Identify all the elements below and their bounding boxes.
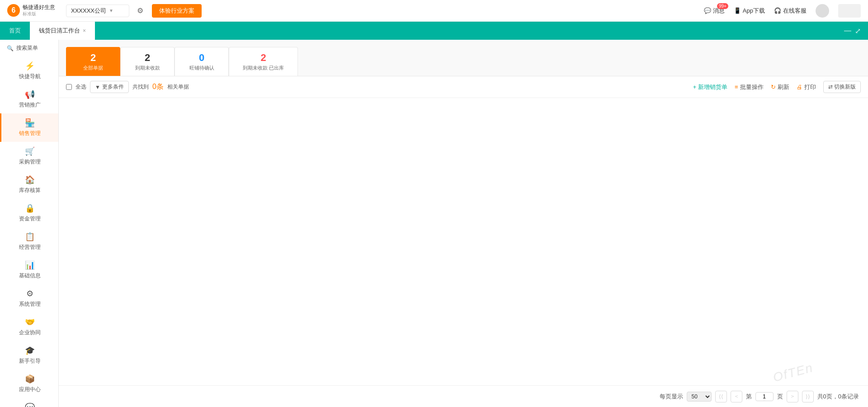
app-download-button[interactable]: 📱 App下载 [734,7,765,15]
search-icon: 🔍 [7,45,14,51]
select-all-label: 全选 [75,83,86,91]
guide-icon: 🎓 [25,346,35,356]
sidebar-sales-label: 销售管理 [19,130,41,137]
sidebar-item-enterprise[interactable]: 🤝 企业协同 [0,313,58,341]
sidebar-item-sales[interactable]: 🏪 销售管理 [0,113,58,142]
main-layout: 🔍 搜索菜单 ⚡ 快捷导航 📢 营销推广 🏪 销售管理 🛒 采购管理 🏠 库存核… [0,40,868,407]
marketing-icon: 📢 [25,89,35,99]
page-input[interactable] [755,392,774,401]
batch-operation-button[interactable]: ≡ 批量操作 [735,83,764,91]
prev-page-button[interactable]: ＜ [731,391,742,402]
select-all-checkbox[interactable] [66,84,72,90]
sidebar-item-operation[interactable]: 📋 经营管理 [0,227,58,256]
sidebar-item-wechat[interactable]: 💬 企业微信 [0,398,58,407]
sidebar-system-label: 系统管理 [19,300,41,308]
content-inner: 2 全部单据 2 到期未收款 0 旺铺待确认 2 到期未收款 已出库 [59,40,868,407]
stat-tab-overdue[interactable]: 2 到期未收款 [120,47,175,76]
new-sales-order-button[interactable]: + 新增销货单 [693,83,727,91]
stat-number-shipped: 2 [260,52,266,64]
inventory-icon: 🏠 [25,175,35,185]
enterprise-icon: 🤝 [25,317,35,327]
batch-icon: ≡ [735,84,738,90]
logo-text: 畅捷通好生意 标准版 [23,4,55,17]
found-count: 0条 [152,82,164,92]
avatar[interactable] [816,4,829,18]
sidebar-operation-label: 经营管理 [19,243,41,251]
pagination: 每页显示 50 20 100 ⟨⟨ ＜ 第 页 ＞ ⟩⟩ 共0页，0条记录 [59,385,868,407]
sidebar-item-guide[interactable]: 🎓 新手引导 [0,341,58,370]
tab-home-label: 首页 [9,27,21,35]
logo-area: 6 畅捷通好生意 标准版 [7,4,66,17]
toolbar: 全选 ▼ 更多条件 共找到 0条 相关单据 + 新增销货单 ≡ 批量操作 [59,76,868,98]
total-label: 共0页，0条记录 [817,393,859,401]
refresh-button[interactable]: ↻ 刷新 [771,83,789,91]
new-sales-order-label: + 新增销货单 [693,83,727,91]
table-area [59,98,868,385]
next-page-button[interactable]: ＞ [787,391,798,402]
sidebar-purchase-label: 采购管理 [19,158,41,166]
sidebar-item-inventory[interactable]: 🏠 库存核算 [0,170,58,199]
sidebar-search[interactable]: 🔍 搜索菜单 [0,40,58,56]
sidebar-inventory-label: 库存核算 [19,187,41,194]
switch-icon: ⇄ [828,84,834,90]
print-button[interactable]: 🖨 打印 [797,83,816,91]
stat-number-all: 2 [90,52,96,64]
switch-new-version-button[interactable]: ⇄ 切换新版 [823,81,861,93]
app-download-label: App下载 [743,7,765,15]
last-page-button[interactable]: ⟩⟩ [802,391,814,402]
stat-label-shipped: 到期未收款 已出库 [243,65,284,71]
filter-icon: ▼ [95,84,100,90]
online-service-label: 在线客服 [783,7,807,15]
sidebar-item-appcenter[interactable]: 📦 应用中心 [0,370,58,398]
message-button[interactable]: 💬 消息 99+ [704,7,725,15]
per-page-label: 每页显示 [660,393,683,401]
page-suffix: 页 [777,393,783,401]
download-icon: 📱 [734,7,741,14]
print-label: 打印 [804,83,816,91]
maximize-button[interactable]: ⤢ [855,27,861,35]
sidebar-marketing-label: 营销推广 [19,101,41,109]
sidebar: 🔍 搜索菜单 ⚡ 快捷导航 📢 营销推广 🏪 销售管理 🛒 采购管理 🏠 库存核… [0,40,59,407]
top-header: 6 畅捷通好生意 标准版 XXXXXX公司 ▼ ⚙ 体验行业方案 💬 消息 99… [0,0,868,22]
tab-workbench[interactable]: 钱货日清工作台 × [30,22,95,40]
fund-icon: 🔒 [25,203,35,213]
per-page-select[interactable]: 50 20 100 [687,392,712,402]
tab-bar-actions: — ⤢ [844,22,868,40]
stats-tabs: 2 全部单据 2 到期未收款 0 旺铺待确认 2 到期未收款 已出库 [59,40,868,76]
stat-tab-all[interactable]: 2 全部单据 [66,47,120,76]
refresh-icon: ↻ [771,84,776,90]
batch-label: 批量操作 [740,83,764,91]
quicknav-icon: ⚡ [25,61,35,71]
settings-button[interactable]: ⚙ [133,4,147,18]
stat-tab-shipped[interactable]: 2 到期未收款 已出库 [229,47,298,76]
first-page-button[interactable]: ⟨⟨ [715,391,727,402]
sidebar-item-fund[interactable]: 🔒 资金管理 [0,199,58,227]
online-service-button[interactable]: 🎧 在线客服 [774,7,807,15]
stat-label-pending: 旺铺待确认 [189,65,214,71]
operation-icon: 📋 [25,232,35,242]
tab-home[interactable]: 首页 [0,22,30,40]
chevron-down-icon: ▼ [109,8,113,13]
sidebar-item-marketing[interactable]: 📢 营销推广 [0,85,58,113]
tab-close-icon[interactable]: × [83,28,86,34]
more-conditions-button[interactable]: ▼ 更多条件 [90,81,129,93]
sales-icon: 🏪 [25,118,35,128]
trial-button[interactable]: 体验行业方案 [152,4,202,18]
sidebar-item-purchase[interactable]: 🛒 采购管理 [0,142,58,170]
minimize-button[interactable]: — [844,27,851,35]
system-icon: ⚙ [26,289,33,299]
message-badge: 99+ [717,3,728,9]
service-icon: 🎧 [774,7,781,14]
stat-tab-pending[interactable]: 0 旺铺待确认 [175,47,229,76]
found-suffix: 相关单据 [167,83,189,91]
header-right: 💬 消息 99+ 📱 App下载 🎧 在线客服 [704,4,861,18]
sidebar-item-basic[interactable]: 📊 基础信息 [0,256,58,284]
sidebar-item-quicknav[interactable]: ⚡ 快捷导航 [0,56,58,85]
company-selector[interactable]: XXXXXX公司 ▼ [66,5,129,17]
tab-workbench-label: 钱货日清工作台 [39,27,80,35]
appcenter-icon: 📦 [25,374,35,384]
sidebar-appcenter-label: 应用中心 [19,386,41,393]
logo-icon: 6 [7,4,20,17]
sidebar-item-system[interactable]: ⚙ 系统管理 [0,284,58,313]
stat-number-pending: 0 [199,52,204,64]
